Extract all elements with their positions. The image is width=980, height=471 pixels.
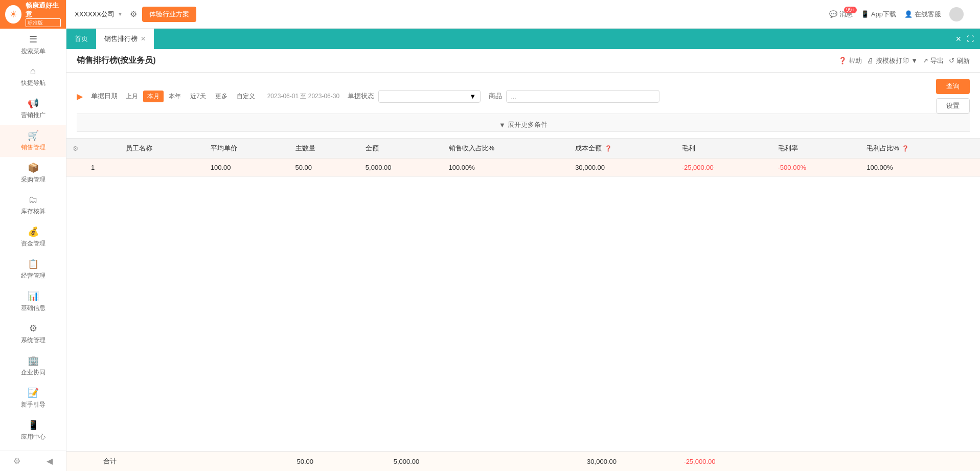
sidebar-nav: ☰搜索菜单 ⌂快捷导航 📢营销推广 🛒销售管理 📦采购管理 🗂库存核算 💰资金管…	[0, 29, 66, 451]
tab-sales-rank-label: 销售排行榜	[104, 34, 138, 43]
refresh-button[interactable]: ↺ 刷新	[949, 56, 970, 65]
sidebar-item-basic[interactable]: 📊基础信息	[0, 285, 66, 318]
row-quantity: 50.00	[289, 159, 359, 177]
tab-right-controls: ✕ ⛶	[955, 35, 980, 43]
app-download-icon: 📱	[861, 10, 869, 18]
row-gross-rate: -500.00%	[772, 159, 861, 177]
date-filter-label: 单据日期	[91, 92, 118, 101]
app-download-button[interactable]: 📱 App下载	[861, 10, 896, 19]
expand-more-row: ▼ 展开更多条件	[77, 114, 970, 132]
sidebar-item-search[interactable]: ☰搜索菜单	[0, 29, 66, 61]
export-icon: ↗	[923, 57, 928, 64]
tab-home[interactable]: 首页	[66, 29, 96, 49]
row-cost: 30,000.00	[569, 159, 676, 177]
company-selector[interactable]: XXXXXX公司 ▼	[75, 10, 123, 19]
operation-icon: 📋	[28, 258, 39, 270]
footer-amount: 5,000.00	[394, 457, 490, 466]
system-icon: ⚙	[29, 323, 37, 334]
filter-row: ▶ 单据日期 上月 本月 本年 近7天 更多 自定义 2023-06-01 至 …	[77, 79, 970, 114]
status-select[interactable]: ▼	[378, 90, 481, 103]
date-tab-this-month[interactable]: 本月	[143, 91, 164, 102]
row-rank: 1	[85, 159, 120, 177]
gross-pct-help-icon[interactable]: ❓	[902, 145, 909, 151]
footer-quantity: 50.00	[297, 457, 393, 466]
message-button[interactable]: 💬 消息 99+	[829, 10, 853, 19]
sidebar-item-purchase[interactable]: 📦采购管理	[0, 157, 66, 189]
sidebar-item-wechat[interactable]: 💬企业微信	[0, 446, 66, 451]
footer-table: 合计 50.00 5,000.00 30,000.00 -25,000.00	[73, 457, 974, 466]
logo-text: 畅康通好生意 标准版	[26, 2, 61, 28]
cost-help-icon[interactable]: ❓	[605, 145, 612, 151]
top-header: XXXXXX公司 ▼ ⚙ 体验行业方案 💬 消息 99+ 📱 App下载 👤 在…	[66, 0, 980, 29]
app-title: 畅康通好生意	[26, 2, 61, 19]
sidebar-item-sales[interactable]: 🛒销售管理	[0, 125, 66, 157]
print-button[interactable]: 🖨 按模板打印 ▼	[867, 56, 918, 65]
sidebar-item-appcenter[interactable]: 📱应用中心	[0, 414, 66, 446]
footer-cost: 30,000.00	[587, 457, 683, 466]
header-right: 💬 消息 99+ 📱 App下载 👤 在线客服	[829, 7, 972, 21]
sidebar-item-operation[interactable]: 📋经营管理	[0, 253, 66, 285]
goods-filter: 商品 ...	[489, 90, 659, 103]
window-close-icon[interactable]: ✕	[955, 35, 962, 43]
print-dropdown-icon: ▼	[911, 57, 918, 64]
sidebar-item-inventory[interactable]: 🗂库存核算	[0, 189, 66, 221]
date-tab-last-month[interactable]: 上月	[122, 91, 142, 102]
online-service-button[interactable]: 👤 在线客服	[904, 10, 941, 19]
filter-collapse-icon[interactable]: ▶	[77, 92, 83, 101]
data-table: ⚙ 员工名称 平均单价 主数量 全额 销售收入占比% 成本全额 ❓ 毛利 毛利率…	[66, 139, 980, 177]
row-avg-price: 100.00	[204, 159, 289, 177]
table-area: ⚙ 员工名称 平均单价 主数量 全额 销售收入占比% 成本全额 ❓ 毛利 毛利率…	[66, 139, 980, 451]
row-settings	[66, 159, 85, 177]
header-settings-icon[interactable]: ⚙	[130, 9, 137, 19]
sidebar-label-system: 系统管理	[21, 336, 45, 345]
user-avatar[interactable]	[949, 7, 964, 21]
tab-close-icon[interactable]: ✕	[141, 35, 146, 42]
tab-sales-rank[interactable]: 销售排行榜 ✕	[96, 29, 154, 49]
filter-area: ▶ 单据日期 上月 本月 本年 近7天 更多 自定义 2023-06-01 至 …	[66, 73, 980, 139]
col-name-header: 员工名称	[120, 139, 204, 159]
date-range-display: 2023-06-01 至 2023-06-30	[267, 92, 339, 101]
window-maximize-icon[interactable]: ⛶	[967, 35, 974, 43]
home-icon: ⌂	[30, 66, 36, 77]
date-range-text: 2023-06-01 至 2023-06-30	[267, 92, 339, 101]
sidebar-settings-icon[interactable]: ⚙	[13, 456, 20, 466]
sidebar-item-quicknav[interactable]: ⌂快捷导航	[0, 61, 66, 93]
status-filter: 单据状态 ▼	[348, 90, 481, 103]
sidebar-collapse-icon[interactable]: ◀	[47, 456, 53, 466]
settings-button[interactable]: 设置	[936, 98, 970, 114]
company-dropdown-arrow: ▼	[118, 11, 123, 17]
header-row: ⚙ 员工名称 平均单价 主数量 全额 销售收入占比% 成本全额 ❓ 毛利 毛利率…	[66, 139, 980, 159]
col-sales-pct-header: 销售收入占比%	[443, 139, 569, 159]
col-settings: ⚙	[66, 139, 85, 159]
sidebar-footer: ⚙ ◀	[0, 451, 66, 471]
sidebar-item-system[interactable]: ⚙系统管理	[0, 318, 66, 350]
col-gross-rate-header: 毛利率	[772, 139, 861, 159]
app-subtitle: 标准版	[26, 18, 61, 27]
sidebar-item-corp[interactable]: 🏢企业协同	[0, 350, 66, 382]
date-tab-this-year[interactable]: 本年	[165, 91, 185, 102]
footer-sales-pct	[490, 457, 587, 466]
date-tab-custom[interactable]: 自定义	[233, 91, 259, 102]
col-gross-header: 毛利	[676, 139, 772, 159]
search-menu-icon: ☰	[29, 34, 37, 45]
row-amount: 5,000.00	[359, 159, 443, 177]
expand-more-button[interactable]: ▼ 展开更多条件	[499, 120, 548, 129]
col-settings-icon[interactable]: ⚙	[73, 145, 79, 152]
status-dropdown-icon: ▼	[469, 93, 476, 100]
export-button[interactable]: ↗ 导出	[923, 56, 944, 65]
trial-button[interactable]: 体验行业方案	[142, 7, 196, 22]
corp-icon: 🏢	[28, 355, 39, 366]
date-tab-7days[interactable]: 近7天	[186, 91, 210, 102]
goods-input[interactable]: ...	[506, 90, 659, 103]
col-gross-pct-header: 毛利占比% ❓	[860, 139, 980, 159]
sidebar-item-finance[interactable]: 💰资金管理	[0, 221, 66, 253]
help-button[interactable]: ❓ 帮助	[838, 56, 862, 65]
sidebar-item-guide[interactable]: 📝新手引导	[0, 382, 66, 414]
page-title: 销售排行榜(按业务员)	[77, 55, 156, 66]
row-gross-pct: 100.00%	[860, 159, 980, 177]
date-tab-more[interactable]: 更多	[211, 91, 232, 102]
marketing-icon: 📢	[28, 98, 39, 109]
sidebar-item-marketing[interactable]: 📢营销推广	[0, 93, 66, 125]
query-button[interactable]: 查询	[936, 79, 970, 94]
sidebar-label-inventory: 库存核算	[21, 207, 45, 216]
